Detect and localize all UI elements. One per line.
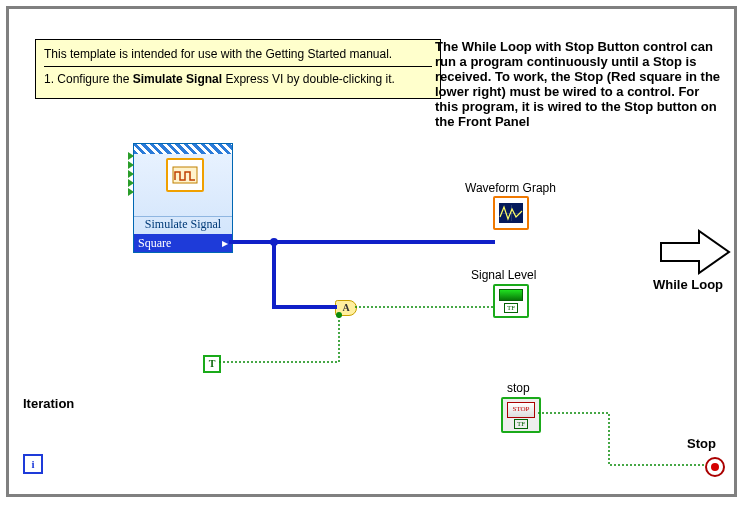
- datatype-tag: TF: [514, 419, 528, 429]
- hint-comment: This template is intended for use with t…: [35, 39, 441, 99]
- svg-marker-1: [661, 231, 729, 273]
- expand-grip[interactable]: [134, 144, 232, 154]
- simulate-signal-icon: [166, 158, 204, 192]
- stop-button-control[interactable]: STOP TF: [501, 397, 541, 433]
- waveform-graph-indicator[interactable]: [493, 196, 529, 230]
- stop-button-face: STOP: [507, 402, 535, 418]
- simulate-signal-express-vi[interactable]: Simulate Signal Square ▸: [133, 143, 233, 253]
- stop-terminal-label: Stop: [687, 436, 716, 451]
- svg-point-2: [270, 238, 278, 246]
- amplitude-primitive[interactable]: A: [335, 300, 357, 316]
- datatype-tag: TF: [504, 303, 518, 313]
- iteration-label: Iteration: [23, 396, 74, 411]
- hint-line-2b: Simulate Signal: [133, 72, 222, 86]
- true-constant[interactable]: T: [203, 355, 221, 373]
- hint-line-1: This template is intended for use with t…: [44, 47, 392, 61]
- loop-condition-terminal[interactable]: [705, 457, 725, 477]
- express-vi-title: Simulate Signal: [134, 216, 232, 234]
- waveform-graph-label: Waveform Graph: [465, 181, 556, 195]
- arrow-right-icon: [659, 229, 731, 275]
- iteration-terminal[interactable]: i: [23, 454, 43, 474]
- loop-description: The While Loop with Stop Button control …: [435, 39, 725, 129]
- hint-line-2c: Express VI by double-clicking it.: [222, 72, 395, 86]
- signal-level-label: Signal Level: [471, 268, 536, 282]
- led-icon: [499, 289, 523, 301]
- hint-line-2a: 1. Configure the: [44, 72, 133, 86]
- while-loop-label: While Loop: [653, 277, 723, 292]
- chevron-right-icon: ▸: [222, 236, 228, 251]
- while-loop-border: This template is intended for use with t…: [6, 6, 737, 497]
- express-vi-output-label: Square: [138, 236, 171, 251]
- express-vi-output[interactable]: Square ▸: [134, 234, 232, 252]
- signal-level-indicator[interactable]: TF: [493, 284, 529, 318]
- stop-control-label: stop: [507, 381, 530, 395]
